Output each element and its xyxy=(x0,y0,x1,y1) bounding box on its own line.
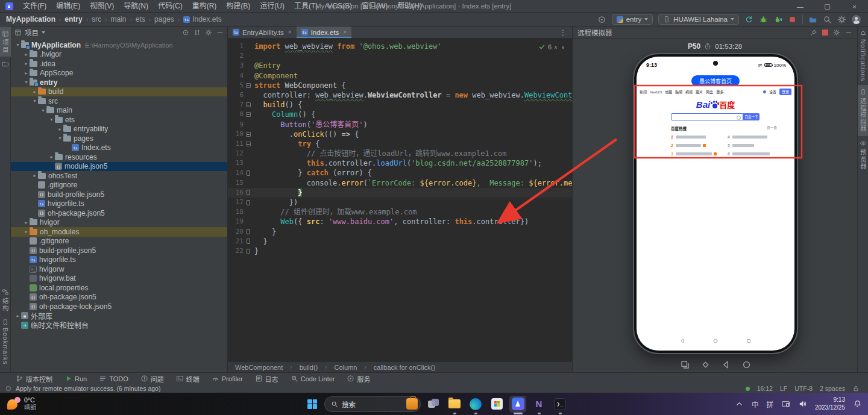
minimize-button[interactable]: — xyxy=(787,0,814,13)
chevron-expanded-icon[interactable]: ▾ xyxy=(57,136,63,141)
hot-search-item[interactable]: 5 xyxy=(728,143,777,148)
taskbar-app-task-view[interactable] xyxy=(425,396,442,413)
tree-item[interactable]: ▸AppScope xyxy=(11,69,227,78)
recents-icon[interactable] xyxy=(746,338,752,344)
taskbar-search[interactable]: 搜索 xyxy=(324,396,421,412)
code-line[interactable]: 18 // 组件创建时，加载www.example.com xyxy=(228,207,572,217)
tree-item[interactable]: {}oh-package.json5 xyxy=(11,208,227,218)
tree-item[interactable]: ▸.hvigor xyxy=(11,50,227,60)
breadcrumb-item[interactable]: Index.ets xyxy=(192,15,222,23)
code-line[interactable]: 3@Entry xyxy=(228,61,572,70)
tree-item[interactable]: ▸ohosTest xyxy=(11,171,227,181)
code-line[interactable]: 10 .onClick(() => { xyxy=(228,129,572,139)
baidu-nav-link[interactable]: 视频 xyxy=(685,89,693,95)
tool-window-button-终端[interactable]: 终端 xyxy=(176,374,200,384)
tool-window-button-问题[interactable]: 问题 xyxy=(140,374,164,384)
code-line[interactable]: 12 // 点击按钮时，通过loadUrl，跳转到www.example1.co… xyxy=(228,149,572,158)
breadcrumb-item[interactable]: src xyxy=(92,15,101,23)
code-line[interactable]: 14 } catch (error) { xyxy=(228,168,572,178)
baidu-search-button[interactable]: 百度一下 xyxy=(743,113,760,120)
baidu-nav-link[interactable]: 图片 xyxy=(696,89,703,95)
hot-search-switch[interactable]: 换一换 xyxy=(767,125,777,131)
tree-item[interactable]: ▾entry xyxy=(11,78,227,87)
fold-icon[interactable] xyxy=(246,83,251,88)
bug-icon[interactable] xyxy=(759,15,768,24)
tree-item[interactable]: tsIndex.ets xyxy=(11,143,227,153)
menu-item[interactable]: 构建(B) xyxy=(221,0,255,13)
baidu-nav-link[interactable]: 更多 xyxy=(716,89,723,95)
code-line[interactable]: 4@Component xyxy=(228,71,572,81)
tree-item[interactable]: >_hvigorw xyxy=(11,264,227,274)
search-icon[interactable] xyxy=(823,15,832,24)
tool-window-button-TODO[interactable]: TODO xyxy=(99,375,128,382)
tool-window-button-版本控制[interactable]: 版本控制 xyxy=(16,374,52,384)
editor-breadcrumb-item[interactable]: callback for onClick() xyxy=(374,364,435,371)
code-line[interactable]: 11 try { xyxy=(228,139,572,149)
code-line[interactable]: 6 controller: web_webview.WebviewControl… xyxy=(228,90,572,100)
code-line[interactable]: 17 }) xyxy=(228,198,572,207)
tool-window-button-日志[interactable]: 日志 xyxy=(255,374,278,384)
code-line[interactable]: 22} xyxy=(228,246,572,256)
code-line[interactable]: 21 } xyxy=(228,237,572,246)
hot-search-item[interactable]: 1 xyxy=(671,135,720,139)
stop-emulator-icon[interactable] xyxy=(822,30,828,36)
gear-icon[interactable] xyxy=(833,29,840,36)
readonly-lock-icon[interactable] xyxy=(852,385,860,392)
chevron-expanded-icon[interactable]: ▾ xyxy=(14,42,21,48)
weather-widget[interactable]: 0°C 晴朗 xyxy=(6,396,36,412)
tool-window-button-Profiler[interactable]: Profiler xyxy=(212,375,243,382)
hot-search-item[interactable]: 6 xyxy=(728,152,777,156)
tool-strip-button-项目[interactable]: 项目 xyxy=(0,27,11,57)
close-tab-icon[interactable]: × xyxy=(288,29,292,36)
minus-icon[interactable] xyxy=(216,29,224,36)
baidu-nav-link[interactable]: 网盘 xyxy=(706,89,713,95)
taskbar-app-explorer[interactable] xyxy=(446,396,463,413)
maximize-button[interactable]: ▢ xyxy=(814,0,841,13)
hot-search-item[interactable]: 3 xyxy=(671,152,720,156)
fold-icon[interactable] xyxy=(246,112,251,117)
baidu-settings-link[interactable]: 设置 xyxy=(769,89,776,95)
chevron-collapsed-icon[interactable]: ▸ xyxy=(48,154,55,160)
menu-item[interactable]: 导航(N) xyxy=(119,0,153,13)
menu-item[interactable]: 重构(R) xyxy=(187,0,222,13)
gear-icon[interactable] xyxy=(205,29,212,36)
tree-item[interactable]: ▸resources xyxy=(11,152,227,162)
tree-item[interactable]: {}module.json5 xyxy=(11,162,227,172)
tool-strip-button-folderPlain[interactable] xyxy=(0,57,11,71)
prev-next-issue-icons[interactable]: ∧ ∨ xyxy=(554,45,566,50)
fold-icon[interactable] xyxy=(246,102,251,107)
tree-item[interactable]: ▸.idea xyxy=(11,59,227,69)
tree-item[interactable]: {}build-profile.json5 xyxy=(11,246,227,255)
folderBlue-icon[interactable] xyxy=(808,15,817,24)
target-icon[interactable] xyxy=(182,29,189,36)
back-icon[interactable] xyxy=(679,338,685,344)
chevron-collapsed-icon[interactable]: ▸ xyxy=(23,70,30,76)
code-line[interactable]: 9 Button('愚公博客首页') xyxy=(228,120,572,129)
tray-clock[interactable]: 9:132023/12/25 xyxy=(815,396,845,411)
inspection-widget[interactable]: 6 ∧ ∨ xyxy=(538,43,566,51)
tree-item[interactable]: .gitignore xyxy=(11,237,227,246)
tree-item[interactable]: ▾src xyxy=(11,96,227,106)
run-config-select[interactable]: entry xyxy=(612,14,653,25)
user-avatar[interactable] xyxy=(852,15,861,24)
code-line[interactable]: 15 console.error(`ErrorCode: ${error.cod… xyxy=(228,178,572,188)
start-button[interactable] xyxy=(304,396,320,412)
breadcrumb-item[interactable]: MyApplication xyxy=(6,15,55,23)
notifications-bell-icon[interactable] xyxy=(853,399,862,408)
chevron-collapsed-icon[interactable]: ▸ xyxy=(23,61,30,66)
taskbar-app-terminal[interactable]: ❯_ xyxy=(552,396,568,413)
chevron-expanded-icon[interactable]: ▾ xyxy=(40,108,46,113)
close-button[interactable]: × xyxy=(841,0,868,13)
baidu-nav-link[interactable]: 地图 xyxy=(665,89,672,95)
fold-icon[interactable] xyxy=(246,132,251,137)
screenshot-target-icon[interactable] xyxy=(597,15,606,24)
chevron-collapsed-icon[interactable]: ▸ xyxy=(23,220,30,225)
profiler-icon[interactable] xyxy=(773,15,782,24)
breadcrumb-item[interactable]: pages xyxy=(154,15,174,23)
stop-icon[interactable] xyxy=(788,15,797,24)
taskbar-app-store[interactable] xyxy=(488,396,505,413)
gear-icon[interactable] xyxy=(837,15,846,24)
code-line[interactable]: 7 build() { xyxy=(228,100,572,110)
tree-item[interactable]: ▾MyApplicationE:\HarmonyOS\MyApplication xyxy=(11,40,227,50)
ime-拼[interactable]: 拼 xyxy=(766,399,773,409)
